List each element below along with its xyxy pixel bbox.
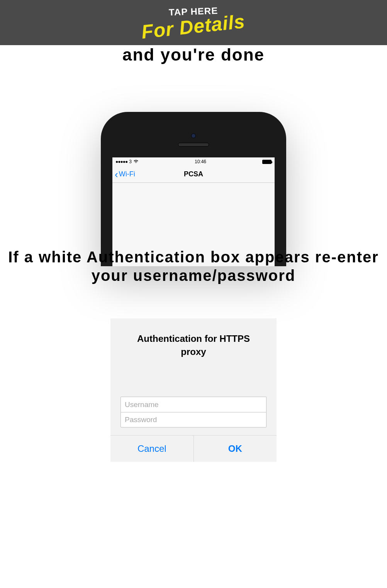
auth-note-heading: If a white Authentication box appears re… <box>8 248 379 285</box>
cancel-button[interactable]: Cancel <box>110 436 194 462</box>
tap-here-banner[interactable]: TAP HERE For Details <box>0 0 387 45</box>
username-field[interactable] <box>121 397 266 412</box>
status-time: 10:46 <box>195 159 206 164</box>
carrier-label: 3 <box>129 159 132 164</box>
phone-camera-icon <box>191 133 196 138</box>
iphone-mockup: ●●●●● 3 10:46 ‹ Wi-Fi PCSA <box>101 96 286 177</box>
auth-dialog: Authentication for HTTPS proxy Cancel OK <box>110 318 277 462</box>
auth-dialog-title: Authentication for HTTPS proxy <box>110 318 277 366</box>
nav-bar: ‹ Wi-Fi PCSA <box>112 166 275 183</box>
nav-title: PCSA <box>112 170 275 178</box>
wifi-icon <box>133 159 139 164</box>
password-field[interactable] <box>121 412 266 427</box>
signal-dots-icon: ●●●●● <box>115 159 127 164</box>
status-left: ●●●●● 3 <box>115 159 139 164</box>
ok-button[interactable]: OK <box>194 436 277 462</box>
auth-button-row: Cancel OK <box>110 435 277 462</box>
phone-body: ●●●●● 3 10:46 ‹ Wi-Fi PCSA <box>101 112 286 266</box>
cancel-label: Cancel <box>137 443 166 454</box>
phone-speaker-icon <box>178 143 209 147</box>
ok-label: OK <box>228 443 242 454</box>
battery-icon <box>262 160 272 164</box>
status-bar: ●●●●● 3 10:46 <box>112 157 275 166</box>
auth-inputs <box>110 366 277 435</box>
